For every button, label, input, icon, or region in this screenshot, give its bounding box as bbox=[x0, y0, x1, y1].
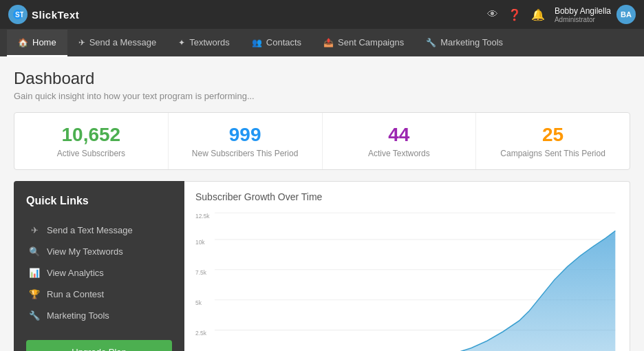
send-text-icon: ✈ bbox=[29, 225, 40, 235]
page-subtitle: Gain quick insight into how your text pr… bbox=[14, 91, 630, 101]
chart-panel: Subscriber Growth Over Time 0 2.5k 5k 7.… bbox=[184, 181, 630, 351]
tab-contacts[interactable]: 👥 Contacts bbox=[241, 30, 312, 57]
svg-text:ST: ST bbox=[15, 11, 23, 19]
tab-home[interactable]: 🏠 Home bbox=[7, 30, 67, 57]
svg-text:12.5k: 12.5k bbox=[195, 212, 210, 220]
quicklink-textwords-label: View My Textwords bbox=[47, 246, 123, 257]
logo-area: ST SlickText bbox=[8, 5, 79, 24]
quicklink-contest-label: Run a Contest bbox=[47, 289, 104, 299]
send-icon: ✈ bbox=[78, 38, 85, 47]
home-icon: 🏠 bbox=[18, 38, 28, 47]
stat-value-textwords: 44 bbox=[336, 124, 462, 146]
lower-section: Quick Links ✈ Send a Text Message 🔍 View… bbox=[14, 181, 630, 351]
tab-textwords-label: Textwords bbox=[189, 37, 230, 47]
tab-home-label: Home bbox=[32, 37, 56, 47]
user-info: Bobby Angilella Administrator BA bbox=[555, 5, 636, 24]
stat-label-textwords: Active Textwords bbox=[336, 149, 462, 158]
stat-active-subscribers: 10,652 Active Subscribers bbox=[14, 113, 169, 169]
quicklink-marketing-label: Marketing Tools bbox=[47, 310, 109, 321]
help-icon[interactable]: ❓ bbox=[508, 8, 522, 21]
stat-campaigns-sent: 25 Campaigns Sent This Period bbox=[476, 113, 630, 169]
tab-sent-campaigns[interactable]: 📤 Sent Campaigns bbox=[312, 30, 415, 57]
quicklink-send-label: Send a Text Message bbox=[47, 225, 133, 235]
tab-send-label: Send a Message bbox=[89, 37, 157, 47]
svg-marker-14 bbox=[215, 231, 615, 351]
bell-icon[interactable]: 🔔 bbox=[531, 8, 545, 21]
stat-label-new-subscribers: New Subscribers This Period bbox=[182, 149, 308, 158]
marketing-icon: 🔧 bbox=[426, 38, 436, 47]
chart-container: 0 2.5k 5k 7.5k 10k 12.5k bbox=[195, 209, 619, 351]
nav-right-icons: 👁 ❓ 🔔 Bobby Angilella Administrator BA bbox=[487, 5, 636, 24]
svg-text:7.5k: 7.5k bbox=[195, 269, 206, 277]
quick-links-title: Quick Links bbox=[26, 195, 172, 207]
tab-send-message[interactable]: ✈ Send a Message bbox=[67, 30, 168, 57]
user-role: Administrator bbox=[555, 16, 611, 23]
stat-value-campaigns: 25 bbox=[490, 124, 616, 146]
tab-marketing-tools[interactable]: 🔧 Marketing Tools bbox=[415, 30, 514, 57]
quicklink-analytics-label: View Analytics bbox=[47, 268, 104, 278]
stat-active-textwords: 44 Active Textwords bbox=[323, 113, 477, 169]
avatar[interactable]: BA bbox=[616, 5, 636, 24]
tools-icon: 🔧 bbox=[29, 310, 40, 321]
app-name: SlickText bbox=[32, 9, 79, 21]
stat-new-subscribers: 999 New Subscribers This Period bbox=[169, 113, 323, 169]
stat-value-new-subscribers: 999 bbox=[182, 124, 308, 146]
tab-textwords[interactable]: ✦ Textwords bbox=[167, 30, 241, 57]
eye-icon[interactable]: 👁 bbox=[487, 8, 498, 21]
upgrade-plan-button[interactable]: Upgrade Plan bbox=[26, 340, 172, 351]
tab-navigation: 🏠 Home ✈ Send a Message ✦ Textwords 👥 Co… bbox=[0, 29, 644, 56]
chart-title: Subscriber Growth Over Time bbox=[195, 191, 619, 202]
svg-text:5k: 5k bbox=[195, 299, 202, 307]
svg-text:2.5k: 2.5k bbox=[195, 330, 206, 337]
subscriber-growth-chart: 0 2.5k 5k 7.5k 10k 12.5k bbox=[195, 209, 619, 351]
quick-links-panel: Quick Links ✈ Send a Text Message 🔍 View… bbox=[14, 181, 184, 351]
page-title: Dashboard bbox=[14, 69, 630, 88]
quicklink-send-text[interactable]: ✈ Send a Text Message bbox=[26, 220, 172, 241]
quicklink-run-contest[interactable]: 🏆 Run a Contest bbox=[26, 284, 172, 305]
stat-label-campaigns: Campaigns Sent This Period bbox=[490, 149, 616, 158]
analytics-icon: 📊 bbox=[29, 268, 40, 278]
logo-icon: ST bbox=[8, 5, 28, 24]
tab-sent-label: Sent Campaigns bbox=[338, 37, 404, 47]
view-textwords-icon: 🔍 bbox=[29, 246, 40, 257]
contest-icon: 🏆 bbox=[29, 289, 40, 299]
stat-label-subscribers: Active Subscribers bbox=[28, 149, 154, 158]
user-name: Bobby Angilella bbox=[555, 6, 611, 16]
textwords-icon: ✦ bbox=[178, 38, 185, 47]
main-content: Dashboard Gain quick insight into how yo… bbox=[0, 56, 644, 351]
quicklink-marketing-tools[interactable]: 🔧 Marketing Tools bbox=[26, 305, 172, 326]
contacts-icon: 👥 bbox=[252, 38, 262, 47]
tab-contacts-label: Contacts bbox=[266, 37, 301, 47]
top-navigation: ST SlickText 👁 ❓ 🔔 Bobby Angilella Admin… bbox=[0, 0, 644, 29]
stat-value-subscribers: 10,652 bbox=[28, 124, 154, 146]
quicklink-view-textwords[interactable]: 🔍 View My Textwords bbox=[26, 241, 172, 262]
quicklink-view-analytics[interactable]: 📊 View Analytics bbox=[26, 262, 172, 284]
campaigns-icon: 📤 bbox=[323, 38, 334, 47]
stats-row: 10,652 Active Subscribers 999 New Subscr… bbox=[14, 112, 630, 170]
svg-text:10k: 10k bbox=[195, 239, 205, 246]
tab-marketing-label: Marketing Tools bbox=[440, 37, 503, 47]
